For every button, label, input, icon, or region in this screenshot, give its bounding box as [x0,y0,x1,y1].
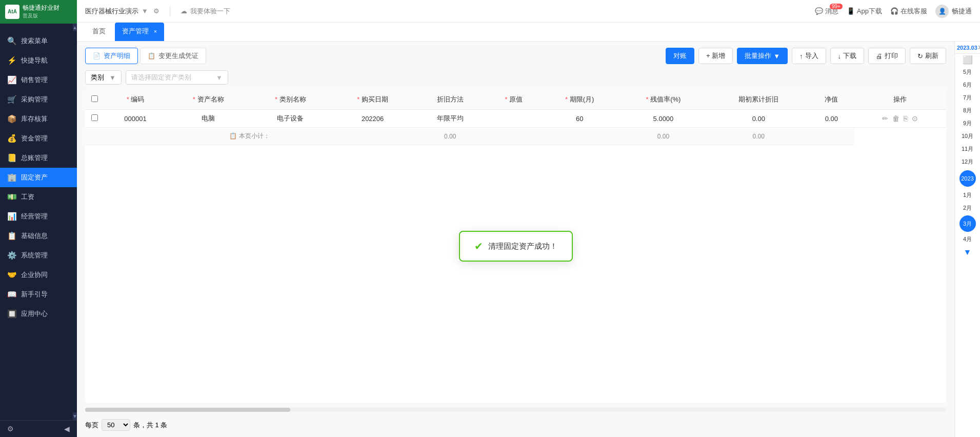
rp-month-7[interactable]: 7月 [955,91,980,104]
enterprise-icon: 🤝 [7,270,17,280]
sidebar-item-enterprise[interactable]: 🤝 企业协同 [0,265,77,285]
tab-asset-mgmt[interactable]: 资产管理 × [115,23,164,41]
user-btn[interactable]: 👤 畅捷通 [935,5,972,18]
copy-icon[interactable]: ⎘ [904,114,908,123]
sidebar-item-ops[interactable]: 📊 经营管理 [0,207,77,226]
sidebar-item-funds[interactable]: 💰 资金管理 [0,129,77,148]
download-button[interactable]: ↓ 下载 [830,48,865,64]
topbar-right: 💬 消息 99+ 📱 App下载 🎧 在线客服 👤 畅捷通 [815,5,972,18]
category-input[interactable]: 请选择固定资产类别 ▼ [126,70,228,85]
sales-icon: 📈 [7,75,17,85]
row-checkbox[interactable] [91,114,98,121]
rp-month-6[interactable]: 6月 [955,78,980,91]
expand-panel-icon[interactable]: ⬜ [963,55,973,65]
rp-month-11[interactable]: 11月 [955,143,980,155]
sidebar-item-label: 总账管理 [21,153,48,163]
messages-btn[interactable]: 💬 消息 99+ [815,7,838,16]
cloud-icon: ☁ [181,7,187,15]
reconcile-button[interactable]: 对账 [666,48,694,64]
subtotal-empty2 [541,128,618,145]
sidebar-item-fixed-assets[interactable]: 🏢 固定资产 [0,168,77,187]
fixed-assets-icon: 🏢 [7,173,17,182]
th-net-value: 净值 [809,90,854,110]
delete-icon[interactable]: 🗑 [892,114,899,123]
rp-month-12[interactable]: 12月 [955,155,980,168]
collapse-icon[interactable]: ◀ [64,425,70,433]
rp-scroll-down[interactable]: ▼ [964,248,972,257]
sidebar-item-inventory[interactable]: 📦 库存核算 [0,109,77,129]
import-button[interactable]: ↑ 导入 [792,48,826,64]
rp-month-10[interactable]: 10月 [955,130,980,143]
topbar-experience[interactable]: ☁ 我要体验一下 [181,7,230,16]
sidebar-item-ledger[interactable]: 📒 总账管理 [0,148,77,168]
sidebar-item-sales[interactable]: 📈 销售管理 [0,70,77,90]
rp-month-4[interactable]: 4月 [955,233,980,246]
table-row: 000001 电脑 电子设备 202206 年限平均 60 5.0000 0.0… [85,110,946,128]
company-name: 医疗器械行业演示 [85,7,138,16]
rp-month-8[interactable]: 8月 [955,104,980,117]
sidebar-item-quicknav[interactable]: ⚡ 快捷导航 [0,51,77,70]
more-icon[interactable]: ⊙ [912,114,918,123]
topbar-company[interactable]: 医疗器械行业演示 ▼ ⚙ [85,7,159,16]
sidebar-nav: 🔍 搜索菜单 ⚡ 快捷导航 📈 销售管理 🛒 采购管理 📦 库存核算 💰 资金管… [0,31,77,412]
sidebar-item-system[interactable]: ⚙️ 系统管理 [0,246,77,265]
funds-icon: 💰 [7,134,17,143]
app-download-btn[interactable]: 📱 App下载 [847,7,882,16]
edit-icon[interactable]: ✏ [882,114,888,123]
rp-month-5[interactable]: 5月 [955,66,980,78]
subtotal-empty3 [809,128,854,145]
sub-tab-change-voucher-label: 变更生成凭证 [158,51,198,61]
batch-ops-button[interactable]: 批量操作 ▼ [737,48,788,64]
sidebar-item-label: 库存核算 [21,114,48,124]
select-all-checkbox[interactable] [91,95,98,102]
sidebar-item-basic-info[interactable]: 📋 基础信息 [0,226,77,246]
basic-info-icon: 📋 [7,231,17,241]
sidebar-item-payroll[interactable]: 💵 工资 [0,187,77,207]
sub-tab-asset-detail[interactable]: 📄 资产明细 [85,48,138,64]
ops-icon: 📊 [7,212,17,221]
rp-month-9[interactable]: 9月 [955,117,980,130]
quicknav-icon: ⚡ [7,56,17,65]
headset-icon: 🎧 [890,7,898,15]
new-button[interactable]: + 新增 [698,48,733,64]
table-wrap: 编码 资产名称 类别名称 购买日期 折旧方法 原值 期限(月) 残值率(%) 期… [85,90,946,403]
rp-month-1[interactable]: 1月 [955,189,980,202]
subtotal-empty1 [487,128,541,145]
search-icon: 🔍 [7,36,17,46]
asset-detail-icon: 📄 [93,52,101,59]
close-panel-icon[interactable]: ✕ [977,44,980,51]
purchase-icon: 🛒 [7,95,17,104]
system-icon: ⚙️ [7,251,17,260]
per-page-select[interactable]: 50 10 20 100 [102,419,130,431]
category-label: 类别 [91,73,104,82]
category-select[interactable]: 类别 ▼ [85,70,122,85]
tab-home[interactable]: 首页 [85,23,113,41]
td-purchase-date: 202206 [332,110,414,128]
filter-input-dropdown-icon: ▼ [216,74,223,82]
tab-close-icon[interactable]: × [154,28,157,34]
import-icon: ↑ [799,52,803,60]
rp-month-3-active[interactable]: 3月 [959,215,976,232]
td-name: 电脑 [167,110,249,128]
logo-icon: AtA [5,5,19,19]
change-voucher-icon: 📋 [148,52,155,59]
sidebar-item-app-center[interactable]: 🔲 应用中心 [0,304,77,324]
experience-label: 我要体验一下 [190,7,230,16]
ledger-icon: 📒 [7,153,17,163]
sub-tab-change-voucher[interactable]: 📋 变更生成凭证 [140,48,206,64]
topbar-divider [170,6,170,16]
rp-month-2[interactable]: 2月 [955,202,980,214]
horizontal-scrollbar[interactable] [85,408,946,412]
rp-year-badge[interactable]: 2023 [959,170,976,187]
online-service-btn[interactable]: 🎧 在线客服 [890,7,927,16]
sidebar-item-search[interactable]: 🔍 搜索菜单 [0,31,77,51]
td-net-value: 0.00 [809,110,854,128]
refresh-button[interactable]: ↻ 刷新 [910,48,946,64]
user-avatar: 👤 [935,5,949,18]
print-button[interactable]: 🖨 打印 [868,48,906,64]
print-icon: 🖨 [876,52,883,60]
settings-icon[interactable]: ⚙ [7,425,14,433]
settings-gear-icon[interactable]: ⚙ [153,7,159,15]
sidebar-item-newbie[interactable]: 📖 新手引导 [0,285,77,304]
sidebar-item-purchase[interactable]: 🛒 采购管理 [0,90,77,109]
